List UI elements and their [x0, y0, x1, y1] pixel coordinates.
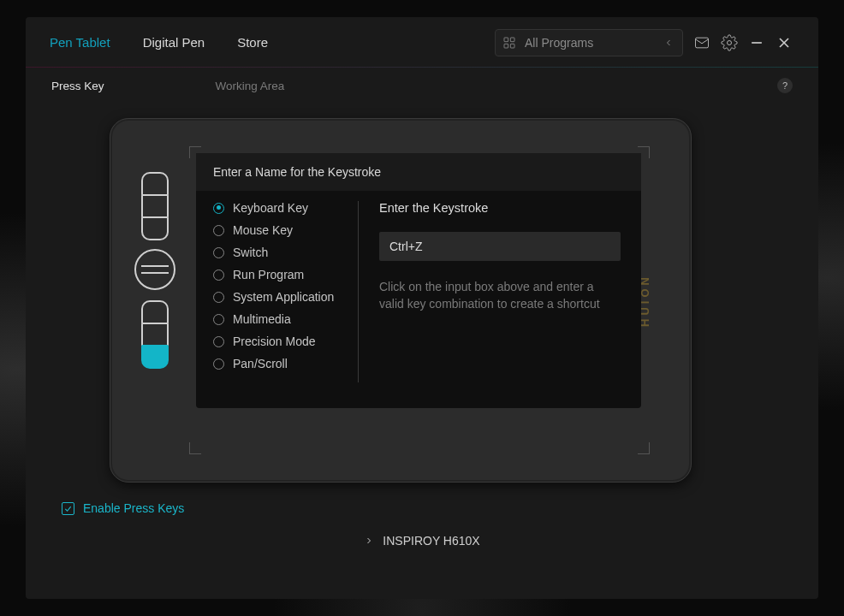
device-selector[interactable]: INSPIROY H610X	[26, 534, 818, 548]
dial-wheel[interactable]	[134, 249, 175, 290]
svg-rect-2	[504, 44, 508, 48]
mail-icon	[693, 34, 710, 51]
radio-icon	[213, 292, 224, 303]
svg-rect-4	[696, 38, 709, 48]
radio-icon	[213, 336, 224, 347]
option-system-application[interactable]: System Application	[213, 290, 341, 304]
keystroke-hint: Click on the input box above and enter a…	[379, 278, 621, 313]
tablet-surface: HUION Enter a Name for the Keystroke Key…	[110, 118, 692, 483]
close-icon	[776, 34, 793, 51]
press-key-4[interactable]	[141, 300, 169, 324]
chevron-right-icon	[364, 536, 374, 546]
press-key-1[interactable]	[141, 172, 169, 196]
crop-corner-bl	[189, 442, 201, 454]
tab-pen-tablet[interactable]: Pen Tablet	[50, 35, 110, 50]
option-label: Switch	[233, 246, 268, 259]
checkbox-icon	[62, 502, 74, 515]
subtab-working-area[interactable]: Working Area	[216, 80, 285, 92]
enable-press-keys-label: Enable Press Keys	[83, 501, 184, 515]
dialog-title: Enter a Name for the Keystroke	[196, 153, 641, 191]
app-grid-icon	[502, 36, 516, 50]
help-button[interactable]: ?	[777, 78, 793, 93]
tab-store[interactable]: Store	[237, 35, 268, 50]
radio-icon	[213, 225, 224, 236]
tab-digital-pen[interactable]: Digital Pen	[143, 35, 205, 50]
subtab-press-key[interactable]: Press Key	[51, 80, 104, 92]
svg-rect-3	[510, 44, 514, 48]
mail-button[interactable]	[693, 34, 710, 51]
sub-tab-bar: Press Key Working Area ?	[26, 68, 818, 103]
radio-icon	[213, 247, 224, 258]
program-switcher-label: All Programs	[525, 36, 655, 50]
option-label: Multimedia	[233, 312, 291, 326]
option-switch[interactable]: Switch	[213, 246, 341, 259]
option-label: Run Program	[233, 268, 304, 281]
radio-icon	[213, 358, 224, 370]
keystroke-title: Enter the Keystroke	[379, 201, 621, 215]
crop-corner-br	[638, 442, 650, 454]
option-label: Pan/Scroll	[233, 357, 288, 370]
option-pan-scroll[interactable]: Pan/Scroll	[213, 357, 341, 370]
app-window: Pen Tablet Digital Pen Store All Program…	[26, 17, 818, 599]
top-bar: Pen Tablet Digital Pen Store All Program…	[26, 17, 818, 68]
device-name: INSPIROY H610X	[383, 534, 479, 548]
option-keyboard-key[interactable]: Keyboard Key	[213, 201, 341, 215]
settings-button[interactable]	[721, 34, 738, 51]
dialog-right-panel: Enter the Keystroke Click on the input b…	[359, 201, 641, 408]
svg-rect-0	[504, 38, 508, 42]
option-label: Precision Mode	[233, 335, 316, 348]
minimize-icon	[748, 34, 765, 51]
main-tabs: Pen Tablet Digital Pen Store	[50, 35, 268, 50]
chevron-left-icon	[663, 38, 674, 48]
close-button[interactable]	[776, 34, 793, 51]
keystroke-input[interactable]	[379, 232, 621, 261]
svg-rect-1	[510, 38, 514, 42]
press-key-column	[136, 172, 174, 367]
radio-icon	[213, 270, 224, 281]
program-switcher[interactable]: All Programs	[495, 29, 683, 56]
option-precision-mode[interactable]: Precision Mode	[213, 335, 341, 348]
option-label: Keyboard Key	[233, 201, 308, 215]
press-key-5[interactable]	[141, 323, 169, 346]
svg-point-5	[728, 40, 732, 44]
gear-icon	[721, 34, 738, 51]
option-run-program[interactable]: Run Program	[213, 268, 341, 281]
keystroke-dialog: Enter a Name for the Keystroke Keyboard …	[196, 153, 641, 408]
radio-icon	[213, 203, 224, 214]
option-label: System Application	[233, 290, 334, 304]
press-key-2[interactable]	[141, 194, 169, 218]
option-multimedia[interactable]: Multimedia	[213, 312, 341, 326]
minimize-button[interactable]	[748, 34, 765, 51]
enable-press-keys-checkbox[interactable]: Enable Press Keys	[62, 501, 184, 515]
option-label: Mouse Key	[233, 223, 293, 237]
radio-icon	[213, 314, 224, 325]
option-list: Keyboard Key Mouse Key Switch Run Progra…	[196, 201, 359, 382]
option-mouse-key[interactable]: Mouse Key	[213, 223, 341, 237]
press-key-6[interactable]	[141, 345, 169, 369]
press-key-3[interactable]	[141, 216, 169, 240]
